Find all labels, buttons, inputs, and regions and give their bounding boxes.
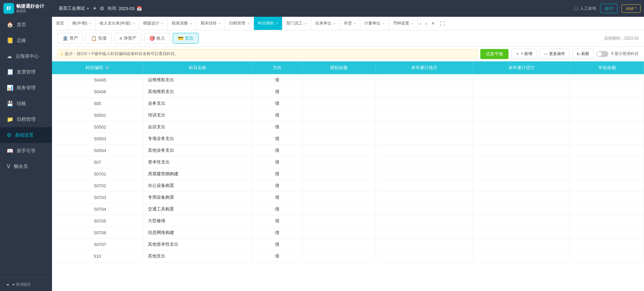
category-tab-expense[interactable]: 💳 支出	[173, 33, 199, 44]
cell-ytd-credit	[473, 203, 570, 215]
sidebar-item-archive[interactable]: 📁 归档管理	[0, 111, 52, 127]
assets-icon: 🏦	[62, 36, 68, 41]
tab-expand-button[interactable]: ⛶	[437, 17, 447, 30]
archive-icon: 📁	[7, 116, 13, 123]
tab-close-annual-report[interactable]: ×	[132, 21, 135, 26]
sidebar-item-member[interactable]: V 畅会员	[0, 159, 52, 174]
cell-name: 资本性支出	[143, 156, 252, 168]
table-row[interactable]: 50406其他维权支出借	[52, 86, 644, 98]
refresh-button[interactable]: ↻ 刷新	[572, 49, 594, 59]
tab-close-currency[interactable]: ×	[411, 21, 413, 26]
table-row[interactable]: 50706信息网络购建借	[52, 227, 644, 239]
table-row[interactable]: 50707其他资本性支出借	[52, 239, 644, 250]
cell-opening-balance	[302, 239, 376, 250]
calc-balance-button[interactable]: 试算平衡	[480, 49, 508, 59]
toggle-knob	[597, 52, 602, 56]
cell-year-start-balance	[570, 250, 644, 262]
category-tab-income[interactable]: 🎯 收入	[144, 33, 170, 44]
table-row[interactable]: 50405运维维权支出借	[52, 74, 644, 86]
customer-service-button[interactable]: 🎧 人工咨询	[574, 6, 596, 11]
tab-nav-next[interactable]: ›	[423, 17, 429, 30]
tab-currency[interactable]: 币种设置 ×	[389, 17, 418, 30]
sidebar-label-close-accounts: 结账	[17, 101, 26, 107]
tab-close-inventory[interactable]: ×	[354, 21, 356, 26]
tab-home[interactable]: 首页	[52, 17, 68, 30]
tab-close-contacts[interactable]: ×	[333, 21, 335, 26]
col-settings-icon[interactable]: ⚙	[105, 65, 109, 70]
tab-close-template[interactable]: ×	[161, 21, 163, 26]
cell-ytd-debit	[376, 168, 473, 180]
tab-template-design[interactable]: 模版设计 ×	[139, 17, 168, 30]
cell-opening-balance	[302, 109, 376, 121]
tab-inventory[interactable]: 存货 ×	[340, 17, 360, 30]
table-row[interactable]: 50502会议支出借	[52, 121, 644, 133]
category-tab-net-assets[interactable]: ≡ 净资产	[114, 33, 142, 44]
table-row[interactable]: 50703专用设备购置借	[52, 192, 644, 203]
content-area: 首页 账(中期) × 收入支出表(年报) × 模版设计 × 税表清册 × 期末结…	[52, 17, 644, 291]
tab-close-tax[interactable]: ×	[190, 21, 192, 26]
cell-ytd-credit	[473, 109, 570, 121]
tab-subject-period[interactable]: 科目期初 ×	[254, 17, 282, 30]
company-name[interactable]: 基层工会测试 ▼	[59, 5, 90, 11]
table-row[interactable]: 50704交通工具购置借	[52, 203, 644, 215]
expense-icon: 💳	[178, 36, 183, 41]
sidebar-item-close-accounts[interactable]: 💾 结账	[0, 96, 52, 111]
tab-close-subject[interactable]: ×	[276, 21, 278, 26]
cell-direction: 借	[252, 168, 302, 180]
tab-unit[interactable]: 计量单位 ×	[360, 17, 389, 30]
table-row[interactable]: 50501培训支出借	[52, 109, 644, 121]
table-row[interactable]: 50701房屋建筑物购建借	[52, 168, 644, 180]
tab-period-end[interactable]: 期末结转 ×	[197, 17, 225, 30]
sidebar-item-reports[interactable]: ☁ 云报表中心	[0, 48, 52, 64]
account-button[interactable]: 会计	[600, 4, 618, 13]
toggle-label: 不显示禁用科目	[610, 51, 639, 57]
sidebar-item-invoice[interactable]: 🧾 发票管理	[0, 64, 52, 80]
tab-close-mid-period[interactable]: ×	[89, 21, 91, 26]
sidebar-item-home[interactable]: 🏠 首页	[0, 17, 52, 33]
table-row[interactable]: 50503专项业务支出借	[52, 133, 644, 145]
cell-name: 其他支出	[143, 250, 252, 262]
add-button[interactable]: ＋ + 新增	[511, 49, 537, 59]
toggle-disabled-accounts[interactable]: 不显示禁用科目	[596, 51, 639, 57]
cell-name: 大型修缮	[143, 215, 252, 227]
more-actions-button[interactable]: ⋯ 更多操作	[539, 49, 570, 59]
cell-ytd-credit	[473, 168, 570, 180]
cell-code: 50503	[52, 133, 143, 145]
tab-close-dept[interactable]: ×	[305, 21, 307, 26]
tab-close-period-end[interactable]: ×	[219, 21, 221, 26]
sidebar-collapse-button[interactable]: ◄ ◄ 取消固定	[0, 278, 52, 291]
sidebar-item-ledger[interactable]: 📒 总账	[0, 33, 52, 48]
table-row[interactable]: 50504其他业务支出借	[52, 145, 644, 156]
add-company-button[interactable]: +	[93, 5, 97, 12]
tab-tax-list[interactable]: 税表清册 ×	[168, 17, 196, 30]
tab-archive[interactable]: 归档管理 ×	[225, 17, 254, 30]
category-tab-liabilities[interactable]: 📋 负债	[86, 33, 112, 44]
table-row[interactable]: 50702办公设备购置借	[52, 180, 644, 192]
tab-close-all[interactable]: ×	[429, 17, 437, 30]
cell-direction: 借	[252, 74, 302, 86]
sidebar-item-basic-settings[interactable]: ⚙ 基础设置	[0, 127, 52, 143]
table-row[interactable]: 50705大型修缮借	[52, 215, 644, 227]
table-row[interactable]: 510其他支出借	[52, 250, 644, 262]
table-row[interactable]: 505业务支出借	[52, 98, 644, 109]
tab-annual-report[interactable]: 收入支出表(年报) ×	[96, 17, 139, 30]
headset-icon: 🎧	[574, 6, 579, 11]
main-layout: 🏠 首页 📒 总账 ☁ 云报表中心 🧾 发票管理 📊 税务管理 💾 结账 📁 归…	[0, 17, 644, 291]
tab-mid-period[interactable]: 账(中期) ×	[68, 17, 96, 30]
sidebar-item-guide[interactable]: 📖 新手引导	[0, 143, 52, 159]
category-tab-assets[interactable]: 🏦 资产	[57, 33, 83, 44]
tab-nav-prev[interactable]: ‹	[418, 17, 423, 30]
toggle-switch[interactable]	[596, 51, 608, 57]
tab-contacts[interactable]: 往来单位 ×	[311, 17, 340, 30]
table-row[interactable]: 507资本性支出借	[52, 156, 644, 168]
tab-close-unit[interactable]: ×	[382, 21, 384, 26]
settings-button[interactable]: ⚙	[100, 5, 104, 12]
sidebar-item-tax[interactable]: 📊 税务管理	[0, 80, 52, 96]
calendar-icon[interactable]: 📅	[137, 6, 142, 11]
tab-dept-staff[interactable]: 部门员工 ×	[282, 17, 311, 30]
sidebar-label-invoice: 发票管理	[17, 69, 36, 75]
cell-direction: 借	[252, 203, 302, 215]
iam-badge: iAM *	[622, 4, 641, 13]
tab-close-archive[interactable]: ×	[247, 21, 249, 26]
sidebar-label-tax: 税务管理	[17, 85, 36, 91]
